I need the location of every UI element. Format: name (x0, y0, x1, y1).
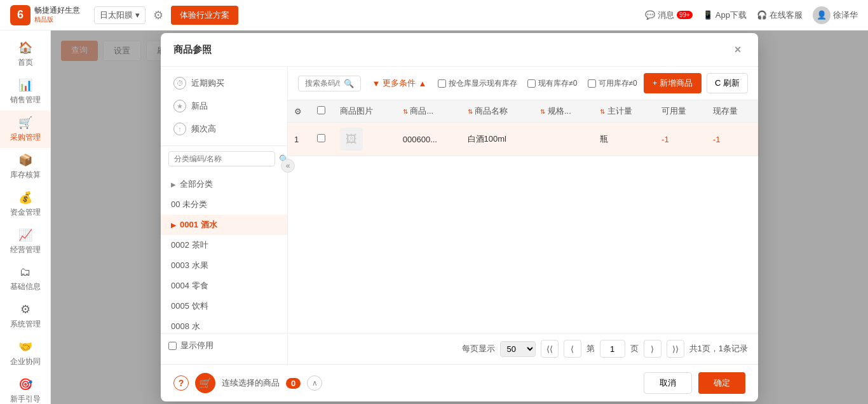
avatar: 👤 (813, 6, 831, 24)
cat-item-0008[interactable]: 0008 水 (161, 316, 287, 333)
col-stock: 现存量 (707, 100, 758, 123)
checkbox-available[interactable]: 现有库存≠0 (527, 78, 577, 89)
table-header-row: ⚙ 商品图片 ⇅ (288, 100, 758, 123)
available-checkbox[interactable] (527, 79, 536, 88)
cat-item-0001[interactable]: ▶ 0001 酒水 (161, 215, 287, 235)
sidebar-item-label: 经营管理 (10, 245, 41, 255)
cat-item-label: 0001 酒水 (180, 219, 217, 231)
new-items-btn[interactable]: ★ 新品 (168, 96, 280, 116)
logo-sub: 精品版 (34, 15, 80, 24)
sidebar: 🏠 首页 📊 销售管理 🛒 采购管理 📦 库存核算 💰 资金管理 📈 经营管理 … (0, 30, 51, 404)
more-filter-btn[interactable]: ▼ 更多条件 ▲ (367, 75, 432, 91)
table-row[interactable]: 1 🖼 000600... (288, 123, 758, 156)
recent-buy-btn[interactable]: ⏱ 近期购买 (168, 73, 280, 93)
footer-collapse-btn[interactable]: ∧ (307, 375, 322, 391)
add-product-button[interactable]: + 新增商品 (644, 73, 702, 93)
sidebar-item-system[interactable]: ⚙ 系统管理 (0, 297, 50, 335)
warehouse-checkbox[interactable] (438, 79, 446, 88)
sidebar-item-finance[interactable]: 💰 资金管理 (0, 185, 50, 223)
filter-checkboxes: 按仓库显示现有库存 现有库存≠0 可用库存≠0 (438, 78, 637, 89)
sidebar-item-label: 系统管理 (10, 319, 41, 330)
sidebar-item-collab[interactable]: 🤝 企业协同 (0, 335, 50, 372)
cell-stock: -1 (707, 123, 758, 156)
cat-item-0005[interactable]: 0005 饮料 (161, 296, 287, 316)
category-search-input[interactable] (168, 151, 275, 166)
logo-icon: 6 (10, 5, 31, 25)
sidebar-item-business[interactable]: 📈 经营管理 (0, 223, 50, 260)
user-menu[interactable]: 👤 徐泽华 (813, 6, 858, 24)
available-label: 现有库存≠0 (538, 78, 577, 89)
cell-check[interactable] (311, 123, 334, 156)
online-service-btn[interactable]: 🎧 在线客服 (757, 10, 803, 21)
category-search-row: 🔍 (161, 146, 287, 172)
selected-count: 0 (286, 378, 301, 389)
cat-item-all[interactable]: ▶ 全部分类 (161, 174, 287, 194)
sidebar-item-sales[interactable]: 📊 销售管理 (0, 73, 50, 111)
main-layout: 🏠 首页 📊 销售管理 🛒 采购管理 📦 库存核算 💰 资金管理 📈 经营管理 … (0, 30, 868, 404)
next-page-btn[interactable]: ⟩ (644, 340, 661, 358)
refresh-button[interactable]: C 刷新 (707, 73, 748, 93)
search-icon[interactable]: 🔍 (344, 79, 354, 88)
logo-title: 畅捷通好生意 (34, 6, 80, 16)
product-table-area: ⚙ 商品图片 ⇅ (288, 100, 758, 333)
first-page-btn[interactable]: ⟨⟨ (541, 340, 559, 358)
usable-checkbox[interactable] (588, 79, 596, 88)
gear-icon[interactable]: ⚙ (153, 8, 163, 22)
row-checkbox[interactable] (317, 134, 325, 142)
cat-item-label: 0004 零食 (171, 280, 208, 292)
page-input[interactable] (600, 340, 625, 358)
col-spec[interactable]: ⇅ 规格... (534, 100, 593, 123)
cat-item-label: 0002 茶叶 (171, 239, 208, 251)
cat-item-label: 0005 饮料 (171, 300, 208, 312)
cat-arrow-icon: ▶ (171, 181, 176, 188)
confirm-button[interactable]: 确定 (698, 372, 745, 394)
product-search-input[interactable] (305, 79, 340, 88)
footer-right-btns: 取消 确定 (644, 372, 745, 394)
prev-page-btn[interactable]: ⟨ (564, 340, 581, 358)
checkbox-warehouse[interactable]: 按仓库显示现有库存 (438, 78, 517, 89)
show-disabled-label: 显示停用 (180, 340, 214, 351)
col-code[interactable]: ⇅ 商品... (397, 100, 461, 123)
help-button[interactable]: ? (173, 375, 189, 391)
show-disabled-checkbox[interactable] (168, 342, 177, 350)
collapse-panel-btn[interactable]: « (281, 159, 295, 173)
last-page-btn[interactable]: ⟩⟩ (667, 340, 684, 358)
app-download-btn[interactable]: 📱 App下载 (703, 10, 747, 21)
quick-access-btns: ⏱ 近期购买 ★ 新品 ↑ 频次高 (161, 73, 287, 146)
usable-label: 可用库存≠0 (599, 78, 637, 89)
cat-item-0003[interactable]: 0003 水果 (161, 255, 287, 276)
cat-item-label: 全部分类 (180, 178, 213, 190)
sidebar-item-inventory[interactable]: 📦 库存核算 (0, 148, 50, 185)
checkbox-usable[interactable]: 可用库存≠0 (588, 78, 637, 89)
trial-button[interactable]: 体验行业方案 (171, 6, 238, 25)
warehouse-label: 按仓库显示现有库存 (449, 78, 517, 89)
col-name[interactable]: ⇅ 商品名称 (461, 100, 534, 123)
sidebar-item-base-info[interactable]: 🗂 基础信息 (0, 260, 50, 297)
cell-unit: 瓶 (593, 123, 655, 156)
col-settings[interactable]: ⚙ (288, 100, 311, 123)
settings-icon[interactable]: ⚙ (294, 107, 302, 116)
cat-item-00[interactable]: 00 未分类 (161, 194, 287, 215)
per-page-select[interactable]: 50 10 20 100 (500, 341, 536, 357)
sidebar-item-label: 首页 (18, 57, 33, 68)
cat-item-0002[interactable]: 0002 茶叶 (161, 235, 287, 255)
sidebar-item-home[interactable]: 🏠 首页 (0, 36, 50, 73)
frequent-btn[interactable]: ↑ 频次高 (168, 119, 280, 139)
modal-close-button[interactable]: × (730, 42, 745, 57)
recent-buy-icon: ⏱ (173, 77, 186, 90)
inventory-icon: 📦 (18, 153, 32, 167)
sidebar-item-guide[interactable]: 🎯 新手引导 (0, 372, 50, 404)
cat-item-label: 00 未分类 (171, 199, 207, 210)
footer-left: ? 🛒 连续选择的商品 0 ∧ (173, 373, 322, 393)
sidebar-item-purchase[interactable]: 🛒 采购管理 (0, 111, 50, 148)
app-download-label: App下载 (715, 10, 747, 21)
store-selector[interactable]: 日太阳膜 ▾ (94, 6, 146, 24)
select-all-checkbox[interactable] (317, 106, 325, 114)
message-label: 消息 (658, 10, 674, 21)
page-label: 第 (587, 343, 595, 354)
col-unit[interactable]: ⇅ 主计量 (593, 100, 655, 123)
cell-name: 白酒100ml (461, 123, 534, 156)
cancel-button[interactable]: 取消 (644, 372, 692, 394)
cat-item-0004[interactable]: 0004 零食 (161, 276, 287, 296)
message-btn[interactable]: 💬 消息 99+ (645, 10, 693, 21)
